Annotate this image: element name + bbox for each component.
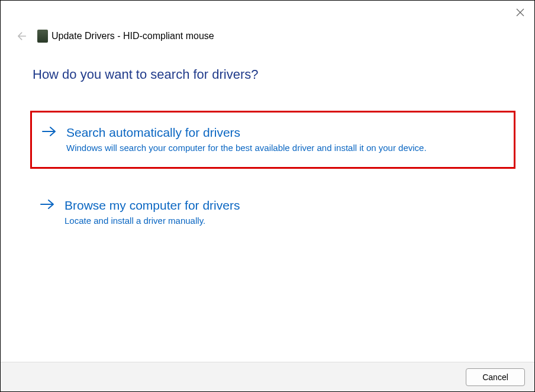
window-title: Update Drivers - HID-compliant mouse [51, 31, 214, 41]
cancel-button[interactable]: Cancel [466, 368, 525, 386]
arrow-right-icon [40, 198, 56, 215]
window-title-wrap: Update Drivers - HID-compliant mouse [37, 30, 214, 43]
device-icon [37, 30, 48, 43]
back-button [14, 29, 28, 43]
close-button[interactable] [512, 4, 528, 21]
option-browse-computer[interactable]: Browse my computer for drivers Locate an… [30, 185, 515, 240]
option-description: Locate and install a driver manually. [65, 215, 443, 227]
page-heading: How do you want to search for drivers? [33, 67, 505, 82]
option-title: Search automatically for drivers [66, 126, 497, 140]
dialog-footer: Cancel [1, 362, 534, 391]
arrow-right-icon [41, 126, 58, 142]
option-title: Browse my computer for drivers [65, 198, 499, 213]
close-icon [516, 8, 524, 17]
option-description: Windows will search your computer for th… [66, 142, 445, 154]
back-arrow-icon [15, 30, 27, 42]
option-search-automatically[interactable]: Search automatically for drivers Windows… [30, 111, 515, 169]
